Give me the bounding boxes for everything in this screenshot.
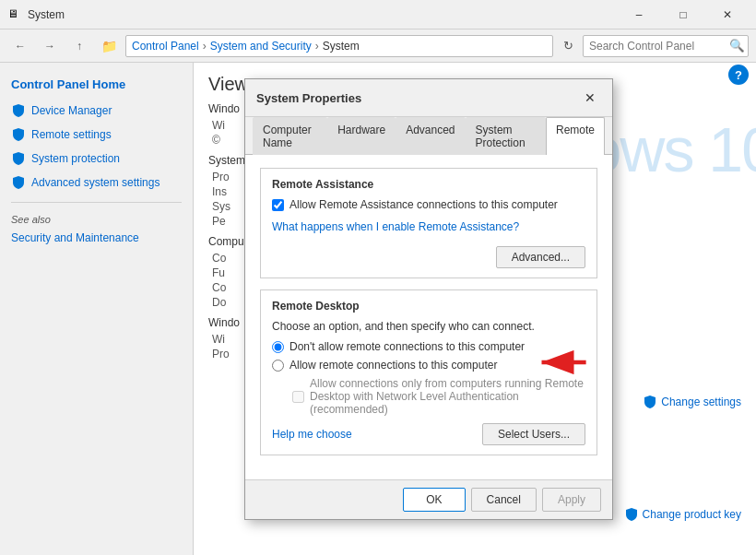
nla-checkbox-row: Allow connections only from computers ru… <box>292 377 585 416</box>
dialog-title-text: System Properties <box>256 91 361 105</box>
remote-assistance-section: Remote Assistance Allow Remote Assistanc… <box>260 168 597 278</box>
dialog-footer: OK Cancel Apply <box>245 479 612 519</box>
nla-checkbox[interactable] <box>292 391 304 403</box>
dialog-close-button[interactable]: ✕ <box>579 87 601 109</box>
tab-hardware[interactable]: Hardware <box>327 117 396 155</box>
radio-allow-row: Allow remote connections to this compute… <box>272 359 585 372</box>
remote-desktop-description: Choose an option, and then specify who c… <box>272 320 585 333</box>
system-properties-dialog: System Properties ✕ Computer Name Hardwa… <box>244 78 613 520</box>
remote-assistance-link[interactable]: What happens when I enable Remote Assist… <box>272 220 519 233</box>
nla-checkbox-label: Allow connections only from computers ru… <box>310 377 585 416</box>
remote-desktop-section: Remote Desktop Choose an option, and the… <box>260 289 597 455</box>
select-users-button[interactable]: Select Users... <box>482 423 585 445</box>
remote-assistance-checkbox-label[interactable]: Allow Remote Assistance connections to t… <box>289 198 558 211</box>
remote-assistance-checkbox[interactable] <box>272 199 284 211</box>
radio-dont-allow[interactable] <box>272 341 284 353</box>
radio-dont-allow-label[interactable]: Don't allow remote connections to this c… <box>289 340 525 353</box>
bottom-row: Help me choose Select Users... <box>272 423 585 445</box>
advanced-btn-row: Advanced... <box>272 246 585 268</box>
help-me-choose-link[interactable]: Help me choose <box>272 428 352 441</box>
remote-desktop-label: Remote Desktop <box>272 300 585 313</box>
dialog-overlay: System Properties ✕ Computer Name Hardwa… <box>0 0 756 555</box>
radio-dont-allow-row: Don't allow remote connections to this c… <box>272 340 585 353</box>
radio-allow-label[interactable]: Allow remote connections to this compute… <box>289 359 497 372</box>
dialog-body: Remote Assistance Allow Remote Assistanc… <box>245 155 612 479</box>
remote-assistance-label: Remote Assistance <box>272 178 585 191</box>
remote-assistance-checkbox-row: Allow Remote Assistance connections to t… <box>272 198 585 211</box>
radio-allow[interactable] <box>272 360 284 372</box>
dialog-tab-bar: Computer Name Hardware Advanced System P… <box>245 117 612 155</box>
advanced-button[interactable]: Advanced... <box>496 246 585 268</box>
tab-system-protection[interactable]: System Protection <box>466 117 546 155</box>
tab-advanced[interactable]: Advanced <box>396 117 465 155</box>
dialog-title-bar: System Properties ✕ <box>245 79 612 117</box>
tab-computer-name[interactable]: Computer Name <box>253 117 327 155</box>
tab-remote[interactable]: Remote <box>546 117 605 155</box>
cancel-button[interactable]: Cancel <box>471 488 537 512</box>
ok-button[interactable]: OK <box>403 488 465 512</box>
apply-button[interactable]: Apply <box>542 488 601 512</box>
